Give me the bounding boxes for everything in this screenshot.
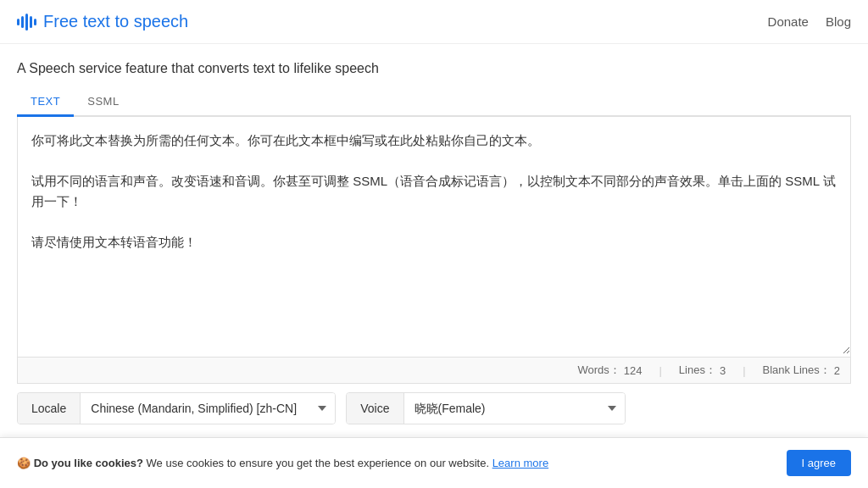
textarea-container: 你可将此文本替换为所需的任何文本。你可在此文本框中编写或在此处粘贴你自己的文本。… xyxy=(17,117,851,384)
lines-label: Lines： xyxy=(679,363,716,378)
voice-select[interactable]: 晓晓(Female) 云扬(Male) 晓涵(Female) 晓梦(Female… xyxy=(404,393,625,424)
cookie-title: Do you like cookies? xyxy=(34,457,143,469)
donate-link[interactable]: Donate xyxy=(768,14,809,29)
divider-2: | xyxy=(743,363,745,378)
tab-ssml[interactable]: SSML xyxy=(74,88,132,117)
cookie-emoji: 🍪 xyxy=(17,457,31,469)
cookie-banner: 🍪 Do you like cookies? We use cookies to… xyxy=(0,437,868,488)
locale-label: Locale xyxy=(18,393,81,424)
cookie-text: 🍪 Do you like cookies? We use cookies to… xyxy=(17,457,780,469)
words-label: Words： xyxy=(577,363,620,378)
blank-lines-stat: Blank Lines： 2 xyxy=(763,363,840,378)
controls-row: Locale Chinese (Mandarin, Simplified) [z… xyxy=(17,392,851,424)
logo-area: Free text to speech xyxy=(17,12,188,31)
tab-text[interactable]: TEXT xyxy=(17,88,74,117)
blog-link[interactable]: Blog xyxy=(826,14,851,29)
cookie-agree-button[interactable]: I agree xyxy=(787,450,851,476)
blank-lines-value: 2 xyxy=(834,364,840,377)
blank-lines-label: Blank Lines： xyxy=(763,363,831,378)
cookie-description: We use cookies to ensure you get the bes… xyxy=(147,457,492,469)
text-input[interactable]: 你可将此文本替换为所需的任何文本。你可在此文本框中编写或在此处粘贴你自己的文本。… xyxy=(18,117,850,354)
lines-stat: Lines： 3 xyxy=(679,363,726,378)
nav-links: Donate Blog xyxy=(768,14,851,29)
cookie-learn-more-link[interactable]: Learn more xyxy=(492,457,548,469)
wave-icon xyxy=(17,14,36,30)
lines-value: 3 xyxy=(720,364,726,377)
words-stat: Words： 124 xyxy=(577,363,642,378)
header: Free text to speech Donate Blog xyxy=(0,0,868,44)
subtitle: A Speech service feature that converts t… xyxy=(17,61,851,76)
main-content: A Speech service feature that converts t… xyxy=(0,44,868,433)
voice-label: Voice xyxy=(347,393,403,424)
locale-select[interactable]: Chinese (Mandarin, Simplified) [zh-CN] E… xyxy=(81,393,335,424)
words-value: 124 xyxy=(624,364,643,377)
locale-group: Locale Chinese (Mandarin, Simplified) [z… xyxy=(17,392,336,424)
voice-group: Voice 晓晓(Female) 云扬(Male) 晓涵(Female) 晓梦(… xyxy=(346,392,625,424)
textarea-footer: Words： 124 | Lines： 3 | Blank Lines： 2 xyxy=(18,357,850,383)
tabs: TEXT SSML xyxy=(17,88,851,117)
divider-1: | xyxy=(659,363,661,378)
logo-text: Free text to speech xyxy=(43,12,188,31)
